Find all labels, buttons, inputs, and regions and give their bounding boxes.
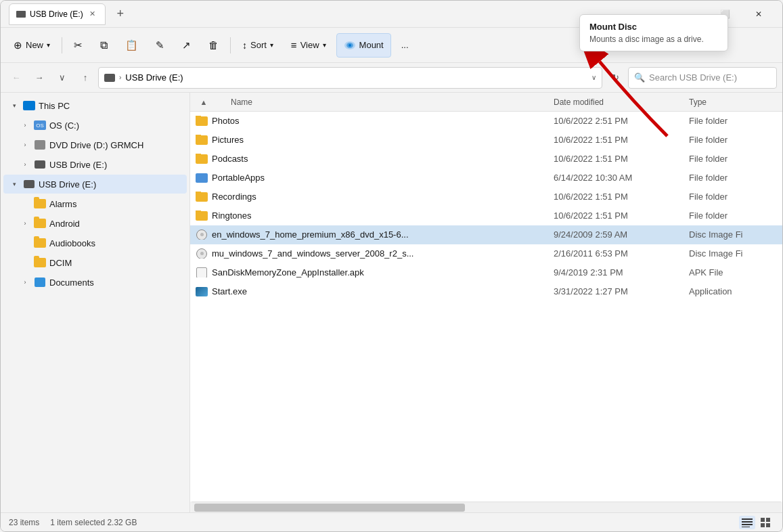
- new-dropdown-arrow: ▾: [47, 41, 50, 49]
- content-area: ▾ This PC › OS OS (C:) › DVD Dri: [1, 93, 782, 512]
- search-box[interactable]: 🔍 Search USB Drive (E:): [628, 67, 777, 89]
- close-button[interactable]: ✕: [743, 3, 774, 25]
- sidebar-item-usb1[interactable]: › USB Drive (E:): [3, 155, 187, 174]
- usb2-expand-arrow: ▾: [9, 179, 20, 190]
- file-icon: [196, 116, 208, 126]
- address-chevron: ›: [119, 74, 121, 81]
- sidebar-item-audiobooks[interactable]: Audiobooks: [3, 234, 187, 252]
- file-name: Recordings: [212, 192, 256, 202]
- file-row[interactable]: Photos 10/6/2022 2:51 PM File folder: [190, 112, 782, 131]
- share-button[interactable]: ↗: [175, 33, 198, 58]
- file-list: Photos 10/6/2022 2:51 PM File folder Pic…: [190, 112, 782, 502]
- file-type: Disc Image Fi: [689, 248, 777, 259]
- file-row[interactable]: Podcasts 10/6/2022 1:51 PM File folder: [190, 150, 782, 169]
- alarms-icon: [33, 198, 47, 209]
- svg-rect-4: [742, 521, 753, 523]
- dvd-expand-arrow: ›: [20, 139, 30, 150]
- col-date-header[interactable]: Date modified: [554, 97, 689, 107]
- alarms-label: Alarms: [49, 199, 76, 209]
- more-button[interactable]: ...: [394, 33, 416, 58]
- sort-button[interactable]: ↕ Sort ▾: [235, 33, 281, 58]
- file-icon: [196, 230, 208, 240]
- back-button[interactable]: ←: [6, 68, 26, 88]
- file-date: 10/6/2022 1:51 PM: [554, 135, 689, 145]
- mount-label: Mount: [359, 40, 384, 50]
- file-icon: [196, 287, 208, 296]
- tab-drive-icon: [16, 11, 26, 18]
- item-count: 23 items: [9, 518, 39, 527]
- new-icon: ⊕: [14, 40, 22, 50]
- tab-add-button[interactable]: +: [111, 5, 130, 24]
- forward-button[interactable]: →: [29, 68, 49, 88]
- address-drive-icon: [104, 74, 115, 82]
- mount-button[interactable]: Mount: [336, 33, 391, 58]
- sidebar-item-documents[interactable]: › Documents: [3, 273, 187, 292]
- cut-button[interactable]: ✂: [66, 33, 90, 58]
- sidebar-item-android[interactable]: › Android: [3, 214, 187, 233]
- file-icon: [196, 268, 208, 278]
- view-dropdown-arrow: ▾: [323, 41, 326, 49]
- file-icon: [196, 154, 208, 164]
- file-date: 10/6/2022 2:51 PM: [554, 116, 689, 126]
- cut-icon: ✂: [74, 40, 83, 50]
- sidebar-item-osc[interactable]: › OS OS (C:): [3, 116, 187, 135]
- sidebar-item-thispc[interactable]: ▾ This PC: [3, 96, 187, 115]
- file-name-cell: PortableApps: [196, 173, 554, 183]
- android-icon: [33, 218, 47, 229]
- sort-label: Sort: [250, 40, 267, 50]
- sidebar-item-alarms[interactable]: Alarms: [3, 194, 187, 213]
- svg-rect-10: [766, 523, 770, 527]
- refresh-button[interactable]: ↻: [605, 68, 625, 88]
- address-path[interactable]: › USB Drive (E:) ∨: [98, 67, 602, 89]
- file-icon: [196, 249, 208, 259]
- sidebar-item-dvd[interactable]: › DVD Drive (D:) GRMCH: [3, 135, 187, 154]
- status-right: [739, 516, 774, 529]
- tab-title: USB Drive (E:): [30, 9, 83, 19]
- file-name-cell: en_windows_7_home_premium_x86_dvd_x15-6.…: [196, 229, 554, 240]
- file-date: 2/16/2011 6:53 PM: [554, 248, 689, 259]
- address-dropdown-chevron: ∨: [591, 74, 596, 81]
- col-name-header[interactable]: Name: [212, 97, 554, 107]
- col-type-header[interactable]: Type: [689, 97, 777, 107]
- file-row[interactable]: SanDiskMemoryZone_AppInstaller.apk 9/4/2…: [190, 263, 782, 282]
- sidebar-item-dcim[interactable]: DCIM: [3, 253, 187, 272]
- android-label: Android: [49, 219, 80, 229]
- thispc-label: This PC: [39, 101, 70, 111]
- list-view-button[interactable]: [739, 516, 755, 529]
- up-button[interactable]: ↑: [75, 68, 95, 88]
- file-type: File folder: [689, 154, 777, 164]
- status-bar: 23 items 1 item selected 2.32 GB: [1, 512, 782, 531]
- file-date: 3/31/2022 1:27 PM: [554, 286, 689, 296]
- file-row[interactable]: en_windows_7_home_premium_x86_dvd_x15-6.…: [190, 225, 782, 244]
- file-row[interactable]: mu_windows_7_and_windows_server_2008_r2_…: [190, 244, 782, 263]
- file-name: SanDiskMemoryZone_AppInstaller.apk: [212, 267, 364, 278]
- scrollbar-thumb[interactable]: [194, 504, 465, 512]
- file-row[interactable]: Start.exe 3/31/2022 1:27 PM Application: [190, 282, 782, 301]
- file-name: PortableApps: [212, 173, 265, 183]
- main-tab[interactable]: USB Drive (E:) ✕: [9, 3, 106, 25]
- paste-button[interactable]: 📋: [118, 33, 146, 58]
- copy-button[interactable]: ⧉: [93, 33, 115, 58]
- file-type: Application: [689, 286, 777, 296]
- svg-point-2: [349, 44, 351, 47]
- file-row[interactable]: Ringtones 10/6/2022 1:51 PM File folder: [190, 206, 782, 225]
- file-row[interactable]: Recordings 10/6/2022 1:51 PM File folder: [190, 187, 782, 206]
- file-row[interactable]: PortableApps 6/14/2022 10:30 AM File fol…: [190, 169, 782, 187]
- new-button[interactable]: ⊕ New ▾: [6, 33, 58, 58]
- tab-close-button[interactable]: ✕: [87, 9, 98, 20]
- sidebar-item-usb2[interactable]: ▾ USB Drive (E:): [3, 175, 187, 194]
- view-icon: ≡: [291, 40, 297, 50]
- delete-button[interactable]: 🗑: [201, 33, 226, 58]
- file-icon: [196, 173, 208, 183]
- grid-view-button[interactable]: [758, 516, 774, 529]
- dropdown-button[interactable]: ∨: [52, 68, 72, 88]
- rename-button[interactable]: ✎: [148, 33, 172, 58]
- dcim-label: DCIM: [49, 258, 72, 268]
- horizontal-scrollbar[interactable]: [192, 502, 781, 512]
- view-button[interactable]: ≡ View ▾: [284, 33, 334, 58]
- file-row[interactable]: Pictures 10/6/2022 1:51 PM File folder: [190, 131, 782, 150]
- file-name: mu_windows_7_and_windows_server_2008_r2_…: [212, 248, 413, 259]
- file-name: en_windows_7_home_premium_x86_dvd_x15-6.…: [212, 229, 409, 240]
- file-name-cell: Start.exe: [196, 286, 554, 296]
- toolbar-sep-2: [230, 37, 231, 53]
